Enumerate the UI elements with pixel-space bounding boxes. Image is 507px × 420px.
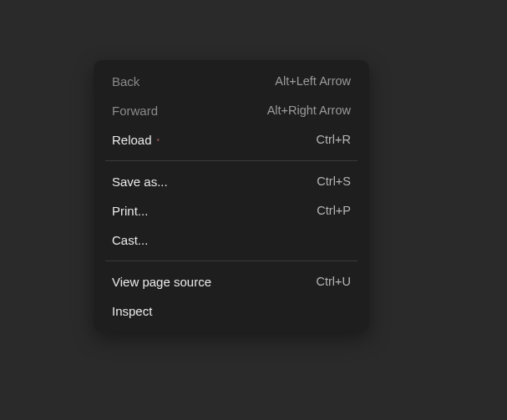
menu-item-cast[interactable]: Cast... xyxy=(94,225,369,255)
menu-item-label: Back xyxy=(112,73,139,90)
menu-item-shortcut: Ctrl+R xyxy=(317,131,352,148)
menu-item-reload[interactable]: Reload • Ctrl+R xyxy=(94,125,369,154)
menu-item-shortcut: Ctrl+P xyxy=(317,202,351,219)
menu-separator xyxy=(105,261,357,261)
menu-item-view-source[interactable]: View page source Ctrl+U xyxy=(94,267,369,296)
menu-item-label: Print... xyxy=(112,202,148,220)
menu-item-forward[interactable]: Forward Alt+Right Arrow xyxy=(94,96,369,125)
menu-separator xyxy=(105,160,357,161)
menu-item-label: Cast... xyxy=(112,231,148,249)
menu-item-save-as[interactable]: Save as... Ctrl+S xyxy=(94,167,369,196)
indicator-dot-icon: • xyxy=(157,134,160,146)
menu-item-inspect[interactable]: Inspect xyxy=(94,296,369,326)
context-menu: Back Alt+Left Arrow Forward Alt+Right Ar… xyxy=(94,60,369,332)
menu-item-label: Reload xyxy=(112,131,152,149)
menu-item-shortcut: Ctrl+U xyxy=(317,273,352,290)
menu-item-label: Forward xyxy=(112,102,158,119)
menu-item-print[interactable]: Print... Ctrl+P xyxy=(94,196,369,225)
menu-item-label: View page source xyxy=(112,273,211,291)
menu-item-shortcut: Alt+Left Arrow xyxy=(275,73,351,89)
menu-item-back[interactable]: Back Alt+Left Arrow xyxy=(94,67,369,96)
menu-item-label: Inspect xyxy=(112,302,152,320)
menu-item-shortcut: Ctrl+S xyxy=(317,173,351,190)
menu-item-shortcut: Alt+Right Arrow xyxy=(267,102,351,119)
menu-item-label: Save as... xyxy=(112,173,168,190)
